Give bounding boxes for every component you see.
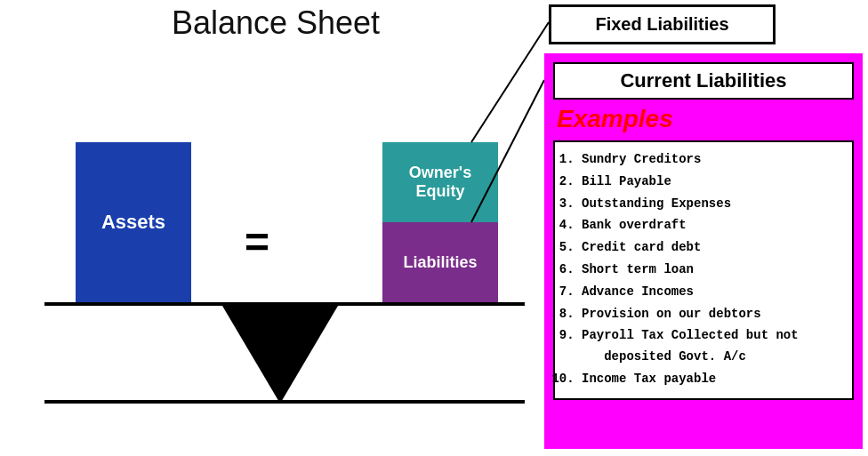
list-item: Short term loan [582,260,841,281]
list-item: Bill Payable [582,172,841,193]
examples-title: Examples [557,105,854,133]
current-liabilities-panel: Current Liabilities Examples Sundry Cred… [544,53,863,449]
list-item: Payroll Tax Collected but not deposited … [582,325,841,368]
list-item: Provision on our debtors [582,304,841,325]
fixed-liabilities-box: Fixed Liabilities [549,4,776,44]
fulcrum-triangle [222,306,338,404]
equity-label: Owner'sEquity [409,164,471,201]
list-item: Advance Incomes [582,282,841,303]
list-item: Income Tax payable [582,369,841,390]
list-item: Sundry Creditors [582,149,841,171]
list-item: Outstanding Expenses [582,194,841,215]
bottom-line [44,400,525,404]
liabilities-label: Liabilities [403,253,477,272]
assets-label: Assets [101,211,165,234]
equity-bar: Owner'sEquity [382,142,498,222]
current-liabilities-title: Current Liabilities [553,62,854,100]
scale-diagram: Assets = Owner'sEquity Liabilities [27,62,551,436]
equals-sign: = [245,218,269,267]
list-item: Credit card debt [582,237,841,259]
assets-bar: Assets [76,142,191,302]
examples-list: Sundry Creditors Bill Payable Outstandin… [553,140,854,400]
list-item: Bank overdraft [582,215,841,236]
page-title: Balance Sheet [53,4,498,42]
liabilities-bar: Liabilities [382,222,498,302]
